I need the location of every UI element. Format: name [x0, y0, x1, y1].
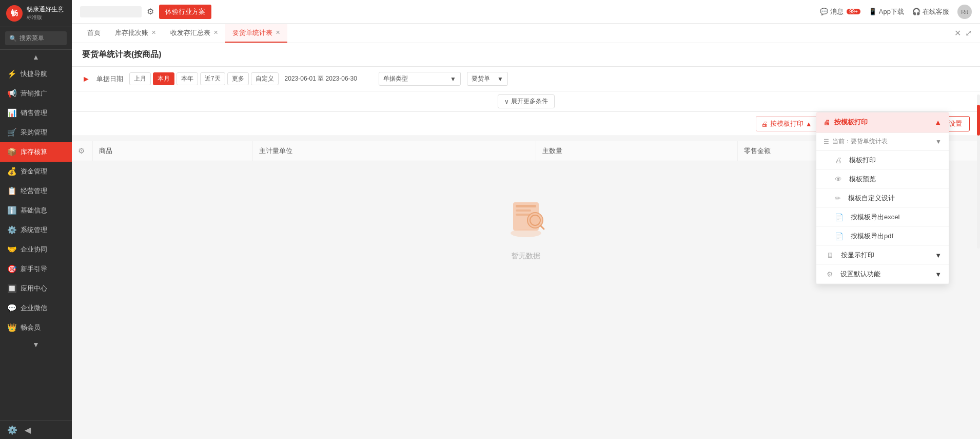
- tabs-bar: 首页 库存批次账 ✕ 收发存汇总表 ✕ 要货单统计表 ✕ ✕ ⤢: [72, 24, 980, 43]
- dropdown-item-template-print[interactable]: 🖨 模板打印: [816, 151, 949, 170]
- sales-icon: 📊: [7, 108, 16, 118]
- current-template-icon: ☰: [824, 138, 829, 145]
- dropdown-item-template-preview[interactable]: 👁 模板预览: [816, 170, 949, 189]
- member-icon: 👑: [7, 323, 16, 332]
- export-excel-icon: 📄: [835, 213, 844, 221]
- search-menu-button[interactable]: 🔍 搜索菜单: [5, 31, 67, 45]
- page-title: 要货单统计表(按商品): [82, 49, 970, 60]
- sidebar-item-inventory[interactable]: 📦 库存核算: [0, 142, 72, 162]
- print-dropdown-arrow-icon: ▲: [806, 120, 812, 128]
- trial-button[interactable]: 体验行业方案: [159, 5, 211, 19]
- export-pdf-icon: 📄: [835, 232, 844, 240]
- cargo-select[interactable]: 要货单 ▼: [467, 72, 508, 86]
- scroll-down-button[interactable]: ▼: [0, 337, 72, 352]
- dropdown-close-arrow[interactable]: ▲: [934, 118, 942, 126]
- tab-receivable-summary[interactable]: 收发存汇总表 ✕: [163, 24, 225, 43]
- sidebar-collapse-button[interactable]: ◀: [25, 425, 31, 435]
- online-service-button[interactable]: 🎧 在线客服: [912, 7, 949, 16]
- set-default-icon: ⚙: [827, 270, 833, 278]
- topbar-gear-button[interactable]: ⚙: [147, 7, 154, 16]
- template-print-icon: 🖨: [835, 156, 842, 164]
- sidebar-item-wxwork[interactable]: 💬 企业微信: [0, 298, 72, 318]
- dropdown-header[interactable]: 🖨 按模板打印 ▲: [816, 112, 949, 132]
- date-btn-last-month[interactable]: 上月: [129, 72, 151, 85]
- table-col-settings: ⚙: [72, 141, 92, 161]
- tab-close-receivable-summary[interactable]: ✕: [213, 29, 218, 36]
- logo-icon: 畅: [6, 5, 23, 22]
- dropdown-item-display-print[interactable]: 🖥 按显示打印 ▼: [816, 246, 949, 265]
- set-default-arrow-icon: ▼: [935, 271, 942, 278]
- topbar-left: ⚙ 体验行业方案: [80, 5, 211, 19]
- date-btn-custom[interactable]: 自定义: [251, 72, 279, 85]
- sidebar-item-basic[interactable]: ℹ️ 基础信息: [0, 201, 72, 220]
- date-label: 单据日期: [96, 74, 123, 84]
- cargo-select-arrow-icon: ▼: [497, 75, 503, 83]
- scrollbar-right[interactable]: [977, 94, 980, 249]
- app-download-button[interactable]: 📱 App下载: [869, 7, 904, 16]
- tabs-expand-button[interactable]: ⤢: [965, 28, 972, 38]
- dropdown-current-item[interactable]: ☰ 当前：要货单统计表 ▼: [816, 132, 949, 151]
- apps-icon: 🔲: [7, 284, 16, 293]
- sidebar-search-area: 🔍 搜索菜单: [0, 27, 72, 50]
- sidebar-bottom: ⚙️ ◀: [0, 421, 72, 439]
- print-icon: 🖨: [761, 120, 768, 128]
- sidebar-nav: ▲ ⚡ 快捷导航 📢 营销推广 📊 销售管理 🛒 采购管理 📦 库存核算 💰 资…: [0, 50, 72, 421]
- sidebar-item-sales[interactable]: 📊 销售管理: [0, 103, 72, 123]
- messages-badge: 99+: [847, 9, 860, 14]
- table-col-unit: 主计量单位: [253, 141, 536, 161]
- sidebar-item-quicknav[interactable]: ⚡ 快捷导航: [0, 64, 72, 84]
- display-print-icon: 🖥: [827, 251, 834, 259]
- empty-icon: [500, 192, 552, 243]
- sidebar-item-member[interactable]: 👑 畅会员: [0, 318, 72, 337]
- dropdown-item-template-custom[interactable]: ✏ 模板自定义设计: [816, 189, 949, 208]
- dropdown-item-set-default[interactable]: ⚙ 设置默认功能 ▼: [816, 265, 949, 284]
- sidebar-item-apps[interactable]: 🔲 应用中心: [0, 279, 72, 298]
- topbar-search-input[interactable]: [80, 6, 142, 17]
- sidebar-item-collab[interactable]: 🤝 企业协同: [0, 240, 72, 259]
- scrollbar-thumb: [977, 105, 980, 136]
- table-settings-button[interactable]: ⚙: [78, 146, 85, 156]
- messages-button[interactable]: 💬 消息 99+: [820, 7, 860, 16]
- system-icon: ⚙️: [7, 225, 16, 235]
- sidebar-item-marketing[interactable]: 📢 营销推广: [0, 84, 72, 103]
- table-col-qty: 主数量: [536, 141, 738, 161]
- svg-line-7: [540, 225, 544, 229]
- logo-sub: 标准版: [27, 14, 64, 21]
- tabs-close-all-button[interactable]: ✕: [954, 28, 961, 38]
- date-btn-this-year[interactable]: 本年: [177, 72, 198, 85]
- template-custom-icon: ✏: [835, 194, 841, 202]
- user-avatar[interactable]: Rit: [957, 5, 972, 19]
- dropdown-item-export-pdf[interactable]: 📄 按模板导出pdf: [816, 227, 949, 246]
- sidebar-item-operation[interactable]: 📋 经营管理: [0, 181, 72, 201]
- select-arrow-icon: ▼: [450, 75, 456, 83]
- date-btn-7days[interactable]: 近7天: [200, 72, 225, 85]
- purchase-icon: 🛒: [7, 128, 16, 137]
- sidebar-item-purchase[interactable]: 🛒 采购管理: [0, 123, 72, 142]
- filter-expand-button[interactable]: ►: [82, 74, 90, 84]
- table-col-product: 商品: [92, 141, 253, 161]
- tab-inventory-batch[interactable]: 库存批次账 ✕: [108, 24, 163, 43]
- date-btn-more[interactable]: 更多: [227, 72, 249, 85]
- scroll-up-button[interactable]: ▲: [0, 50, 72, 64]
- sidebar-settings-button[interactable]: ⚙️: [7, 425, 17, 435]
- tabs-bar-right: ✕ ⤢: [954, 28, 972, 38]
- tab-home[interactable]: 首页: [80, 24, 108, 43]
- message-icon: 💬: [820, 8, 828, 15]
- template-preview-icon: 👁: [835, 175, 842, 183]
- dropdown-item-export-excel[interactable]: 📄 按模板导出excel: [816, 208, 949, 227]
- topbar: ⚙ 体验行业方案 💬 消息 99+ 📱 App下载 🎧 在线客服 Rit: [72, 0, 980, 24]
- date-btn-this-month[interactable]: 本月: [153, 72, 174, 85]
- type-select[interactable]: 单据类型 ▼: [379, 72, 461, 86]
- print-template-button[interactable]: 🖨 按模板打印 ▲: [756, 116, 818, 131]
- tab-close-order-stats[interactable]: ✕: [276, 29, 280, 36]
- search-icon: 🔍: [9, 35, 17, 42]
- operation-icon: 📋: [7, 186, 16, 196]
- tab-order-stats[interactable]: 要货单统计表 ✕: [225, 24, 287, 43]
- sidebar-item-finance[interactable]: 💰 资金管理: [0, 162, 72, 181]
- tab-close-inventory-batch[interactable]: ✕: [151, 29, 156, 36]
- sidebar-item-newbie[interactable]: 🎯 新手引导: [0, 259, 72, 279]
- empty-state-label: 暂无数据: [512, 252, 540, 261]
- topbar-right: 💬 消息 99+ 📱 App下载 🎧 在线客服 Rit: [820, 5, 972, 19]
- expand-more-button[interactable]: ∨ 展开更多条件: [498, 94, 555, 108]
- sidebar-item-system[interactable]: ⚙️ 系统管理: [0, 220, 72, 240]
